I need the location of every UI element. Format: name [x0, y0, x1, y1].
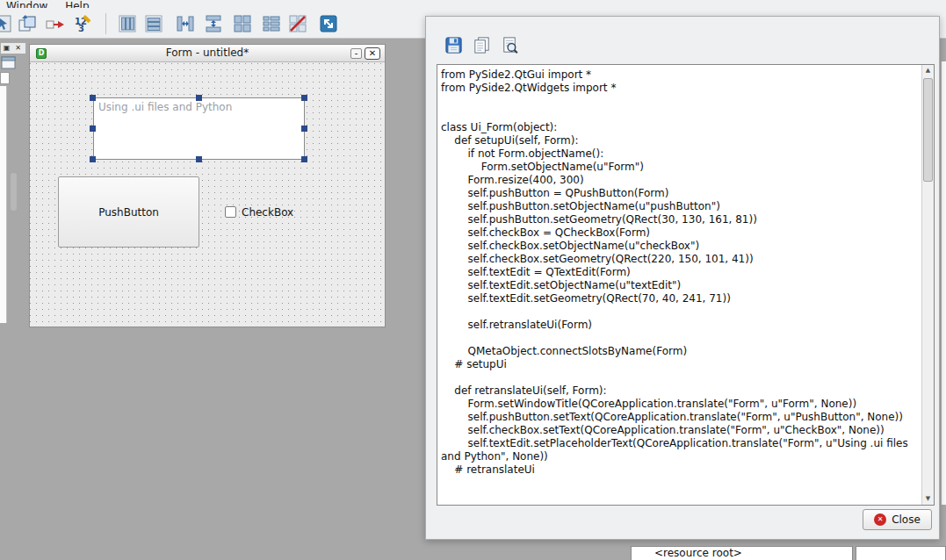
layout-vertical-button[interactable] — [116, 12, 139, 35]
checkbox-label: CheckBox — [242, 206, 293, 219]
form-window-title: Form - untitled* — [30, 45, 385, 61]
code-line: self.checkBox.setText(QCoreApplication.t… — [441, 424, 921, 437]
left-scrollbar-thumb[interactable] — [11, 173, 17, 211]
minimize-button[interactable]: - — [350, 48, 362, 59]
python-code: from PySide2.QtGui import *from PySide2.… — [437, 65, 921, 505]
selection-handle-top-right[interactable] — [301, 95, 307, 101]
code-line — [441, 108, 921, 121]
close-circle-icon: ✕ — [874, 513, 886, 526]
scrollbar-down-arrow[interactable]: ▼ — [922, 493, 934, 505]
code-line: self.pushButton.setText(QCoreApplication… — [441, 411, 921, 424]
layout-vertical-icon — [117, 13, 138, 34]
code-line: # setupUi — [441, 358, 921, 371]
selection-handle-mid-left[interactable] — [90, 126, 96, 132]
close-button[interactable]: ✕ — [365, 47, 380, 60]
dock-close-icon[interactable]: ✕ — [12, 43, 24, 54]
scrollbar-up-arrow[interactable]: ▲ — [922, 65, 934, 76]
filter-input-fragment[interactable] — [0, 72, 10, 84]
dock-float-icon[interactable]: ▣ — [1, 43, 12, 54]
code-line — [441, 95, 921, 108]
code-line: self.checkBox.setObjectName(u"checkBox") — [441, 240, 921, 253]
find-icon — [500, 35, 520, 55]
selection-handle-top-left[interactable] — [90, 95, 96, 101]
checkbox-widget[interactable]: CheckBox — [225, 194, 314, 230]
break-layout-button[interactable] — [286, 12, 309, 35]
selection-handle-top-center[interactable] — [196, 95, 202, 101]
layout-horizontal-button[interactable] — [142, 12, 165, 35]
menu-window[interactable]: Window — [6, 0, 47, 8]
widgetbox-panel-fragment — [0, 86, 7, 323]
scrollbar-thumb[interactable] — [923, 78, 933, 182]
resource-root-item[interactable]: <resource root> — [631, 546, 853, 560]
widgetbox-icon-fragment — [1, 56, 17, 73]
edit-signals-slots-icon — [45, 13, 66, 34]
code-line: self.textEdit.setGeometry(QRect(70, 40, … — [441, 292, 921, 305]
selection-handle-bottom-center[interactable] — [196, 156, 202, 162]
code-line: self.pushButton = QPushButton(Form) — [441, 187, 921, 200]
dialog-close-button[interactable]: ✕ Close — [863, 509, 932, 530]
adjust-size-button[interactable] — [317, 12, 340, 35]
save-code-button[interactable] — [442, 33, 465, 56]
code-line: QMetaObject.connectSlotsByName(Form) — [441, 345, 921, 358]
menu-help[interactable]: Help — [65, 0, 89, 8]
code-line: self.retranslateUi(Form) — [441, 319, 921, 332]
code-line: self.textEdit = QTextEdit(Form) — [441, 266, 921, 279]
copy-icon — [472, 35, 492, 55]
code-scrollbar[interactable]: ▲ ▼ — [921, 65, 934, 505]
selection-handle-bottom-right[interactable] — [301, 156, 307, 162]
code-line: self.pushButton.setGeometry(QRect(30, 13… — [441, 213, 921, 226]
resource-panel-fragment — [856, 546, 946, 560]
edit-tab-order-button[interactable]: 12 3 — [72, 12, 95, 35]
code-line: self.textEdit.setPlaceholderText(QCoreAp… — [441, 437, 921, 450]
edit-widgets-button[interactable] — [0, 12, 14, 35]
code-line: def setupUi(self, Form): — [441, 134, 921, 147]
form-window-titlebar[interactable]: D Form - untitled* - ✕ — [30, 45, 385, 62]
selection-handle-bottom-left[interactable] — [90, 156, 96, 162]
code-line: def retranslateUi(self, Form): — [441, 384, 921, 398]
layout-splitter-vertical-icon — [175, 13, 196, 34]
close-button-label: Close — [892, 513, 921, 526]
selection-handle-mid-right[interactable] — [301, 126, 307, 132]
code-line — [441, 305, 921, 319]
layout-splitter-horizontal-icon — [203, 13, 224, 34]
layout-form-button[interactable] — [260, 12, 283, 35]
code-line: self.checkBox.setGeometry(QRect(220, 150… — [441, 253, 921, 266]
layout-grid-button[interactable] — [231, 12, 254, 35]
code-preview-dialog: from PySide2.QtGui import *from PySide2.… — [425, 16, 940, 540]
checkbox-indicator[interactable] — [225, 206, 236, 218]
textedit-widget[interactable]: Using .ui files and Python — [93, 97, 305, 160]
right-panel-fragment — [941, 61, 946, 505]
code-line: from PySide2.QtWidgets import * — [441, 82, 921, 95]
menubar: Window Help — [6, 0, 104, 8]
edit-tab-order-icon: 12 3 — [73, 13, 94, 34]
dock-titlebar-fragment: ▣ ✕ — [0, 42, 26, 54]
edit-signals-slots-button[interactable] — [44, 12, 67, 35]
adjust-size-icon — [318, 13, 339, 34]
code-line: from PySide2.QtGui import * — [441, 68, 921, 82]
toolbar-separator — [105, 13, 106, 34]
window-icon — [1, 56, 17, 70]
code-line: self.pushButton.setObjectName(u"pushButt… — [441, 200, 921, 213]
code-line: # retranslateUi — [441, 463, 921, 477]
save-icon — [444, 35, 464, 55]
layout-form-icon — [261, 13, 282, 34]
form-canvas[interactable]: Using .ui files and Python PushButton Ch… — [30, 62, 385, 327]
pushbutton-widget[interactable]: PushButton — [58, 176, 199, 248]
svg-text:3: 3 — [78, 24, 84, 33]
find-code-button[interactable] — [498, 33, 521, 56]
raise-widgets-button[interactable] — [16, 12, 39, 35]
code-line: Form.resize(400, 300) — [441, 174, 921, 187]
code-line — [441, 371, 921, 384]
layout-grid-icon — [232, 13, 253, 34]
layout-horizontal-icon — [143, 13, 164, 34]
code-line: self.checkBox = QCheckBox(Form) — [441, 226, 921, 240]
edit-widgets-icon — [0, 13, 13, 34]
code-text-area[interactable]: from PySide2.QtGui import *from PySide2.… — [437, 64, 935, 506]
form-designer-window: D Form - untitled* - ✕ Using .ui files a… — [29, 44, 386, 327]
layout-splitter-horizontal-button[interactable] — [202, 12, 225, 35]
layout-splitter-vertical-button[interactable] — [174, 12, 197, 35]
break-layout-icon — [287, 13, 308, 34]
raise-widgets-icon — [17, 13, 38, 34]
copy-code-button[interactable] — [470, 33, 493, 56]
code-line: Form.setWindowTitle(QCoreApplication.tra… — [441, 398, 921, 411]
